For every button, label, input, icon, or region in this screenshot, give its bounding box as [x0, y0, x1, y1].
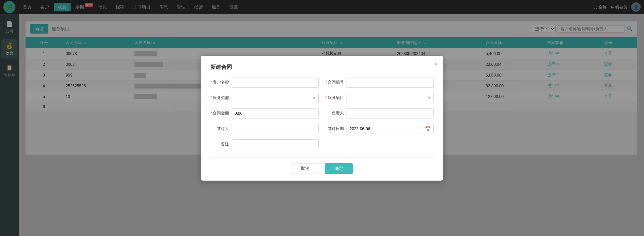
amount-input[interactable]	[232, 108, 319, 119]
modal-close-button[interactable]: ×	[434, 60, 438, 67]
form-group-signer: 签订人	[210, 124, 319, 134]
signer-label: 签订人	[210, 126, 229, 132]
service-type-select[interactable]	[232, 93, 319, 103]
signer-input[interactable]	[232, 124, 319, 134]
modal-footer: 取消 确定	[210, 157, 434, 174]
customer-name-input[interactable]	[232, 78, 319, 88]
calendar-icon[interactable]: 📅	[425, 126, 431, 132]
form-group-remarks: 备注	[210, 139, 319, 149]
cancel-button[interactable]: 取消	[291, 163, 319, 174]
sign-date-label: 签订日期	[325, 126, 344, 132]
contract-no-input[interactable]	[347, 78, 434, 88]
person-label: 负责人	[325, 110, 344, 116]
amount-label: *合同金额	[210, 110, 229, 116]
form-group-person: 负责人	[325, 108, 434, 119]
form-group-service-type: *服务类型 ▼	[210, 93, 319, 103]
contract-no-label: *合同编号	[325, 80, 344, 85]
customer-name-label: *客户名称	[210, 80, 229, 85]
form-group-amount: *合同金额	[210, 108, 319, 119]
remarks-label: 备注	[210, 141, 229, 147]
form-row-5: 备注	[210, 139, 434, 149]
remarks-input[interactable]	[232, 139, 319, 149]
form-row-4: 签订人 签订日期 📅	[210, 124, 434, 134]
person-input[interactable]	[347, 108, 434, 119]
form-group-service-item: *服务项目 ▼	[325, 93, 434, 103]
form-row-1: *客户名称 *合同编号	[210, 78, 434, 88]
modal-dialog: 新建合同 × *客户名称 *合同编号 *服务类型	[201, 56, 443, 181]
sign-date-input[interactable]	[350, 127, 424, 131]
date-input-wrapper: 📅	[347, 124, 434, 134]
service-type-select-wrapper: ▼	[232, 93, 319, 103]
service-item-select-wrapper: ▼	[347, 93, 434, 103]
confirm-button[interactable]: 确定	[325, 163, 353, 174]
form-group-contract-no: *合同编号	[325, 78, 434, 88]
service-item-select[interactable]	[347, 93, 434, 103]
service-type-label: *服务类型	[210, 95, 229, 101]
modal-title: 新建合同	[210, 64, 434, 71]
form-group-sign-date: 签订日期 📅	[325, 124, 434, 134]
form-group-customer: *客户名称	[210, 78, 319, 88]
service-item-label: *服务项目	[325, 95, 344, 101]
modal-overlay: 新建合同 × *客户名称 *合同编号 *服务类型	[0, 0, 644, 236]
form-row-2: *服务类型 ▼ *服务项目 ▼	[210, 93, 434, 103]
form-row-3: *合同金额 负责人	[210, 108, 434, 119]
